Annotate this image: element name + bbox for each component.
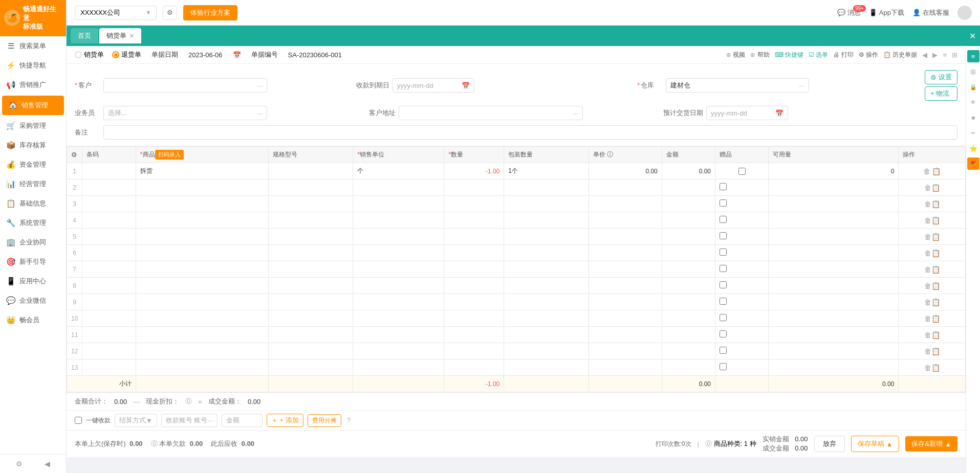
grid-icon[interactable]: ⊞	[952, 51, 957, 59]
gift-checkbox-7[interactable]	[720, 265, 727, 272]
cell-gift-1[interactable]	[715, 163, 769, 179]
expected-cal-icon[interactable]: 📅	[775, 109, 783, 117]
bookmark-btn[interactable]: ★	[967, 111, 979, 124]
gift-checkbox-10[interactable]	[720, 314, 727, 321]
sidebar-item-search-order[interactable]: ☰ 搜索菜单	[0, 36, 66, 56]
form-setting-btn[interactable]: ⚙ 设置	[925, 70, 957, 84]
copy-row-12-btn[interactable]: 📋	[931, 347, 940, 355]
eye-btn[interactable]: 👁	[967, 96, 979, 108]
goods-type-icon[interactable]: ⓪	[705, 440, 712, 447]
cell-product-1[interactable]: 拆货	[136, 163, 268, 179]
select-order-link[interactable]: ☑ 选单	[809, 51, 828, 59]
sidebar-item-quick-nav[interactable]: ⚡ 快捷导航	[0, 56, 66, 75]
user-avatar[interactable]	[957, 6, 972, 20]
payment-amount-input[interactable]: 金额	[222, 414, 263, 427]
gift-checkbox-3[interactable]	[720, 199, 727, 207]
delete-row-2-btn[interactable]: 🗑	[924, 184, 931, 192]
delete-row-1-btn[interactable]: 🗑	[923, 167, 930, 175]
customer-input[interactable]: ···	[103, 78, 267, 93]
delete-row-7-btn[interactable]: 🗑	[924, 265, 931, 274]
sidebar-item-system-mgmt[interactable]: 🔧 系统管理	[0, 213, 66, 233]
gift-checkbox-6[interactable]	[720, 249, 727, 256]
cell-price-1[interactable]: 0.00	[589, 163, 662, 179]
delete-row-9-btn[interactable]: 🗑	[924, 298, 931, 306]
flag-btn[interactable]: 🚩	[967, 157, 979, 170]
payment-date-input[interactable]: yyyy-mm-dd 📅	[393, 78, 474, 93]
sidebar-item-finance[interactable]: 💰 资金管理	[0, 155, 66, 174]
message-btn[interactable]: 💬 消息 99+	[837, 8, 861, 17]
expected-date-input[interactable]: yyyy-mm-dd 📅	[706, 106, 788, 120]
history-link[interactable]: 📋 历史单据	[883, 51, 917, 59]
cell-qty-1[interactable]: -1.00	[444, 163, 504, 179]
copy-row-11-btn[interactable]: 📋	[931, 331, 940, 339]
sidebar-item-app-center[interactable]: 📱 应用中心	[0, 272, 66, 291]
th-settings[interactable]: ⚙	[67, 147, 82, 163]
owed-question-icon[interactable]: ⓪	[151, 440, 158, 447]
radio-return-order[interactable]: 退货单	[112, 50, 141, 59]
sidebar-item-marketing[interactable]: 📢 营销推广	[0, 75, 66, 95]
delete-row-11-btn[interactable]: 🗑	[924, 331, 931, 339]
remark-input[interactable]	[103, 125, 957, 140]
gift-checkbox-12[interactable]	[720, 347, 727, 354]
tab-home[interactable]: 首页	[71, 28, 98, 43]
payment-method-select[interactable]: 结算方式 ▼	[115, 414, 157, 427]
list-icon[interactable]: ≡	[943, 51, 947, 59]
lock-btn[interactable]: 🔒	[967, 81, 979, 93]
sidebar-item-basic-info[interactable]: 📋 基础信息	[0, 194, 66, 213]
gift-checkbox-11[interactable]	[720, 330, 727, 337]
save-new-btn[interactable]: 保存&新增 ▲	[905, 436, 957, 452]
nav-left-icon[interactable]: ◀	[922, 51, 927, 59]
gift-checkbox-9[interactable]	[720, 298, 727, 305]
star-btn[interactable]: ⭐	[967, 142, 979, 154]
delete-row-5-btn[interactable]: 🗑	[924, 233, 931, 241]
copy-row-6-btn[interactable]: 📋	[931, 249, 940, 257]
payment-cal-icon[interactable]: 📅	[462, 82, 470, 89]
delete-row-6-btn[interactable]: 🗑	[924, 249, 931, 257]
cell-spec-1[interactable]	[268, 163, 353, 179]
copy-row-1-btn[interactable]: 📋	[932, 167, 941, 175]
gift-checkbox-5[interactable]	[720, 232, 727, 239]
trial-industry-btn[interactable]: 体验行业方案	[183, 5, 237, 20]
delete-row-10-btn[interactable]: 🗑	[924, 314, 931, 323]
copy-row-9-btn[interactable]: 📋	[931, 298, 940, 306]
company-selector[interactable]: XXXXXX公司 ▼	[75, 6, 157, 20]
operate-link[interactable]: ⚙ 操作	[859, 51, 878, 59]
cell-unit-1[interactable]: 个	[353, 163, 444, 179]
sidebar-item-operations[interactable]: 📊 经营管理	[0, 174, 66, 194]
add-payment-btn[interactable]: ＋ + 添加	[267, 414, 303, 427]
list-view-btn[interactable]: ≡	[967, 50, 979, 62]
tab-close-icon[interactable]: ✕	[129, 33, 134, 39]
save-draft-btn[interactable]: 保存草稿 ▲	[851, 436, 900, 452]
sidebar-item-enterprise[interactable]: 🏢 企业协同	[0, 233, 66, 252]
cell-pack-qty-1[interactable]: 1个	[504, 163, 589, 179]
sidebar-collapse-btn[interactable]: ◀	[45, 460, 50, 468]
copy-row-8-btn[interactable]: 📋	[931, 282, 940, 290]
shortcut-link[interactable]: ⌨ 快捷键	[775, 51, 803, 59]
form-logistics-btn[interactable]: + 物流	[925, 86, 957, 101]
one-click-payment-checkbox[interactable]	[75, 417, 82, 424]
abandon-btn[interactable]: 放弃	[814, 436, 845, 452]
delete-row-4-btn[interactable]: 🗑	[924, 216, 931, 224]
settings-gear-btn[interactable]: ⚙	[163, 6, 177, 20]
warehouse-input[interactable]: 建材仓 ···	[666, 78, 809, 93]
sidebar-item-guide[interactable]: 🎯 新手引导	[0, 252, 66, 272]
gift-checkbox-8[interactable]	[720, 281, 727, 288]
delete-row-12-btn[interactable]: 🗑	[924, 347, 931, 355]
copy-row-5-btn[interactable]: 📋	[931, 233, 940, 241]
close-all-tabs-btn[interactable]: ✕	[969, 31, 976, 41]
salesperson-input[interactable]: 选择... ···	[103, 106, 267, 120]
delete-row-8-btn[interactable]: 🗑	[924, 282, 931, 290]
sidebar-item-inventory[interactable]: 📦 库存核算	[0, 136, 66, 155]
expense-question-icon[interactable]: ？	[345, 416, 352, 425]
sidebar-item-member[interactable]: 👑 畅会员	[0, 310, 66, 330]
tab-sales-order[interactable]: 销货单 ✕	[99, 28, 141, 43]
cell-barcode-1[interactable]	[82, 163, 136, 179]
gift-checkbox-1[interactable]	[738, 168, 746, 175]
copy-row-7-btn[interactable]: 📋	[931, 265, 940, 274]
sidebar-item-purchase-mgmt[interactable]: 🛒 采购管理	[0, 116, 66, 136]
gift-checkbox-13[interactable]	[720, 363, 727, 370]
copy-row-10-btn[interactable]: 📋	[931, 314, 940, 323]
delete-row-13-btn[interactable]: 🗑	[924, 364, 931, 372]
payment-account-select[interactable]: 收款账号 账号 ···	[161, 414, 217, 427]
scan-btn[interactable]: 扫码录入	[155, 150, 184, 160]
